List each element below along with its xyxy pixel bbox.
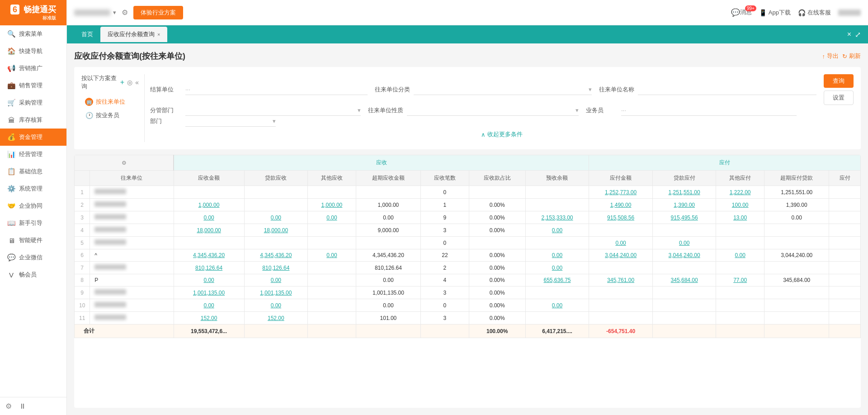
- cell-prepay[interactable]: [525, 237, 589, 249]
- cell-ap-loan[interactable]: 1,251,551.00: [652, 186, 716, 199]
- trial-button[interactable]: 体验行业方案: [133, 6, 183, 19]
- cell-prepay[interactable]: 0.00: [525, 224, 589, 237]
- cell-ar-loan[interactable]: 0.00: [244, 274, 308, 286]
- cell-ap-other[interactable]: [716, 286, 764, 299]
- settlement-input[interactable]: ···: [185, 84, 368, 95]
- nature-select[interactable]: ▾: [407, 105, 579, 116]
- cell-prepay[interactable]: 0.00: [525, 262, 589, 274]
- salesperson-input[interactable]: ···: [621, 105, 797, 116]
- dept-select[interactable]: ▾: [185, 105, 361, 116]
- filter-nav-by-staff[interactable]: 🕐 按业务员: [81, 109, 139, 122]
- cell-ap-loan[interactable]: [652, 299, 716, 312]
- cell-ar-loan[interactable]: 1,001,135.00: [244, 286, 308, 299]
- sidebar-item-corp[interactable]: 🤝 企业协同: [0, 197, 66, 215]
- table-settings-icon[interactable]: ⚙: [122, 160, 127, 166]
- cell-ap-amount[interactable]: [589, 299, 653, 312]
- sidebar-item-hardware[interactable]: 🖥 智能硬件: [0, 232, 66, 249]
- cell-ar-other[interactable]: 0.00: [308, 211, 356, 224]
- cell-ar-loan[interactable]: 0.00: [244, 211, 308, 224]
- cell-prepay[interactable]: [525, 199, 589, 211]
- filter-nav-by-unit[interactable]: 🏢 按往来单位: [81, 95, 139, 109]
- filter-collapse-btn[interactable]: «: [135, 79, 139, 86]
- cell-ar-amount[interactable]: 0.00: [174, 299, 244, 312]
- sidebar-collapse-icon[interactable]: ⏸: [19, 402, 26, 410]
- cell-ar-loan[interactable]: [244, 237, 308, 249]
- cell-ar-loan[interactable]: [244, 199, 308, 211]
- cell-ap-other[interactable]: [716, 262, 764, 274]
- sidebar-item-member[interactable]: V 畅会员: [0, 266, 66, 283]
- cell-ar-other[interactable]: [308, 274, 356, 286]
- filter-add-btn[interactable]: +: [120, 78, 124, 86]
- cell-ar-amount[interactable]: 18,000.00: [174, 224, 244, 237]
- unit-name-input[interactable]: [638, 84, 816, 95]
- company-selector[interactable]: ▾: [74, 9, 116, 16]
- cell-ar-other[interactable]: [308, 186, 356, 199]
- setting-button[interactable]: 设置: [824, 91, 854, 105]
- cell-ap-other[interactable]: 13.00: [716, 211, 764, 224]
- refresh-button[interactable]: ↻ 刷新: [842, 52, 861, 60]
- query-button[interactable]: 查询: [824, 74, 854, 88]
- cell-ar-loan[interactable]: 0.00: [244, 299, 308, 312]
- cell-ap-amount[interactable]: [589, 312, 653, 324]
- sidebar-item-base[interactable]: 📋 基础信息: [0, 163, 66, 180]
- messages-btn[interactable]: 💬 消息 99+: [731, 8, 752, 17]
- cell-ar-loan[interactable]: 18,000.00: [244, 224, 308, 237]
- sidebar-item-wechat[interactable]: 💬 企业微信: [0, 249, 66, 266]
- cell-prepay[interactable]: 0.00: [525, 299, 589, 312]
- sidebar-item-system[interactable]: ⚙️ 系统管理: [0, 180, 66, 197]
- cell-ap-loan[interactable]: 915,495.56: [652, 211, 716, 224]
- cell-ap-other[interactable]: 100.00: [716, 199, 764, 211]
- cell-ap-amount[interactable]: [589, 262, 653, 274]
- cell-ar-other[interactable]: 1,000.00: [308, 199, 356, 211]
- app-download-btn[interactable]: 📱 App下载: [759, 9, 791, 17]
- cell-prepay[interactable]: [525, 186, 589, 199]
- filter-collapse-btn[interactable]: ∧ 收起更多条件: [150, 127, 854, 142]
- cell-ap-amount[interactable]: 345,761.00: [589, 274, 653, 286]
- sidebar-item-sales[interactable]: 💼 销售管理: [0, 77, 66, 94]
- window-close-btn[interactable]: ×: [847, 30, 851, 39]
- online-service-btn[interactable]: 🎧 在线客服: [798, 9, 831, 17]
- cell-ap-amount[interactable]: 1,252,773.00: [589, 186, 653, 199]
- cell-ar-amount[interactable]: 152.00: [174, 312, 244, 324]
- cell-ar-other[interactable]: [308, 224, 356, 237]
- cell-ap-loan[interactable]: 345,684.00: [652, 274, 716, 286]
- cell-prepay[interactable]: [525, 312, 589, 324]
- cell-ar-other[interactable]: [308, 312, 356, 324]
- cell-ap-amount[interactable]: 915,508.56: [589, 211, 653, 224]
- cell-ap-amount[interactable]: 1,490.00: [589, 199, 653, 211]
- category-select[interactable]: ▾: [414, 84, 592, 95]
- cell-ar-other[interactable]: [308, 299, 356, 312]
- cell-ar-other[interactable]: [308, 286, 356, 299]
- tab-close-icon[interactable]: ×: [157, 32, 160, 37]
- cell-ap-loan[interactable]: [652, 312, 716, 324]
- cell-ap-loan[interactable]: 3,044,240.00: [652, 249, 716, 262]
- cell-ap-loan[interactable]: [652, 262, 716, 274]
- cell-ap-other[interactable]: 1,222.00: [716, 186, 764, 199]
- sidebar-item-finance[interactable]: 💰 资金管理: [0, 129, 66, 146]
- sidebar-item-search[interactable]: 🔍 搜索菜单: [0, 25, 66, 43]
- sidebar-item-guide[interactable]: 📖 新手引导: [0, 215, 66, 232]
- cell-ar-amount[interactable]: [174, 186, 244, 199]
- cell-ar-other[interactable]: [308, 262, 356, 274]
- topbar-settings-icon[interactable]: ⚙: [122, 8, 128, 17]
- sidebar-item-marketing[interactable]: 📢 营销推广: [0, 60, 66, 77]
- cell-prepay[interactable]: 2,153,333.00: [525, 211, 589, 224]
- sidebar-item-inventory[interactable]: 🏛 库存核算: [0, 111, 66, 129]
- cell-ap-amount[interactable]: 3,044,240.00: [589, 249, 653, 262]
- cell-ap-amount[interactable]: [589, 286, 653, 299]
- cell-ap-loan[interactable]: [652, 224, 716, 237]
- window-max-btn[interactable]: ⤢: [855, 30, 861, 39]
- sidebar-item-purchase[interactable]: 🛒 采购管理: [0, 94, 66, 111]
- cell-ap-loan[interactable]: 1,390.00: [652, 199, 716, 211]
- cell-ar-loan[interactable]: [244, 186, 308, 199]
- tab-home[interactable]: 首页: [74, 27, 100, 42]
- cell-ap-other[interactable]: [716, 224, 764, 237]
- cell-prepay[interactable]: 655,636.75: [525, 274, 589, 286]
- cell-ar-amount[interactable]: 0.00: [174, 274, 244, 286]
- cell-ar-loan[interactable]: 152.00: [244, 312, 308, 324]
- cell-ar-other[interactable]: [308, 237, 356, 249]
- cell-ar-loan[interactable]: 810,126.64: [244, 262, 308, 274]
- cell-ar-amount[interactable]: 0.00: [174, 211, 244, 224]
- cell-ap-other[interactable]: [716, 312, 764, 324]
- cell-ar-amount[interactable]: 4,345,436.20: [174, 249, 244, 262]
